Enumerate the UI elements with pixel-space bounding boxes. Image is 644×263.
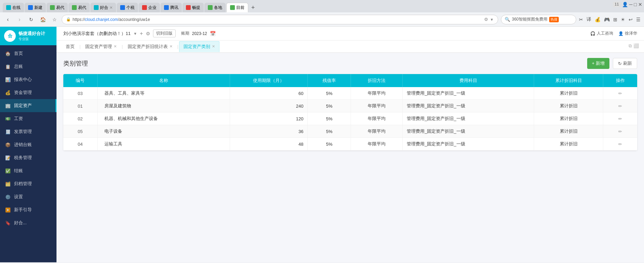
site-settings-icon[interactable]: ⚙ (484, 17, 488, 22)
close-icon[interactable]: ✕ (114, 44, 117, 49)
close-icon[interactable]: ✕ (169, 44, 173, 49)
browser-tab-xinjian[interactable]: 新建 (25, 3, 46, 12)
home-button[interactable]: 🏠 (38, 15, 47, 24)
bookmark-button[interactable]: ☆ (50, 15, 59, 24)
sidebar-item-payroll[interactable]: 💵 工资 (0, 112, 56, 125)
browser-tab-changtui[interactable]: 畅提 (182, 3, 204, 12)
tab-label: 畅提 (192, 5, 200, 11)
translate-icon[interactable]: 译 (586, 16, 591, 23)
cell-action[interactable]: ✏ (603, 87, 637, 100)
sidebar-item-fixed-assets[interactable]: 🏢 固定资产 (0, 99, 56, 112)
close-window-icon[interactable]: ✕ (638, 2, 642, 7)
cell-expense: 管理费用_固定资产折旧_一级 (403, 125, 534, 138)
cell-code: 05 (63, 125, 97, 138)
wallet-icon[interactable]: 💰 (595, 17, 601, 22)
profile-icon[interactable]: 👤 (622, 2, 628, 7)
period-label: 账期 (181, 31, 189, 36)
add-button[interactable]: + 新增 (587, 58, 609, 69)
table-row: 02 机器、机械和其他生产设备 120 5% 年限平均 管理费用_固定资产折旧_… (63, 112, 637, 125)
tab-home[interactable]: 首页 (62, 41, 79, 52)
cell-action[interactable]: ✏ (603, 138, 637, 151)
maximize-icon[interactable]: □ (634, 2, 637, 7)
tab-depreciation[interactable]: 固定资产折旧统计表 ✕ (124, 41, 177, 52)
expand-icon[interactable]: ⬜ (633, 43, 639, 49)
menu-icon[interactable]: ☰ (636, 17, 641, 22)
tab-asset-mgmt[interactable]: 固定资产管理 ✕ (81, 41, 121, 52)
sidebar-item-funds[interactable]: 💰 资金管理 (0, 86, 56, 99)
address-bar[interactable]: 🔒 https://cloud.chanjet.com/accounting/u… (62, 15, 498, 24)
cell-code: 04 (63, 138, 97, 151)
browser-tab-tengxun[interactable]: 腾讯 (161, 3, 182, 12)
cell-accumulated: 累计折旧 (534, 112, 603, 125)
browser-tab-zaixian[interactable]: 在线 (3, 3, 24, 12)
cell-action[interactable]: ✏ (603, 125, 637, 138)
refresh-button[interactable]: ↻ 刷新 (613, 58, 637, 69)
close-icon[interactable]: ✕ (110, 5, 113, 10)
cell-action[interactable]: ✏ (603, 112, 637, 125)
game-icon[interactable]: 🎮 (604, 17, 610, 22)
col-header-expense: 费用科目 (403, 74, 534, 87)
sidebar-item-guide[interactable]: ▶️ 新手引导 (0, 203, 56, 216)
undo-icon[interactable]: ↩ (629, 17, 633, 22)
tab-label: 各地 (214, 5, 222, 11)
col-header-period: 使用期限（月） (230, 74, 308, 87)
new-tab-button[interactable]: + (249, 3, 257, 12)
sidebar-logo: 合 畅捷通好合计 专业版 (0, 27, 56, 45)
calendar-icon[interactable]: 📅 (210, 31, 216, 36)
sidebar-menu: 🏠 首页 📋 总账 📊 报表中心 💰 资金管理 🏢 固定资产 💵 (0, 45, 56, 262)
browser-tab-haohe[interactable]: 好合 ✕ (90, 3, 116, 12)
support-button[interactable]: 🎧 人工咨询 (590, 31, 613, 36)
cell-code: 03 (63, 87, 97, 100)
browser-tab-yidai2[interactable]: 易代 (68, 3, 90, 12)
search-box[interactable]: 🔍 360智能抠图免费用 热搜 (501, 15, 576, 24)
cell-expense: 管理费用_固定资产折旧_一级 (403, 138, 534, 151)
tab-category[interactable]: 固定资产类别 ✕ (179, 41, 219, 52)
browser-tab-mubiao[interactable]: 目前 (226, 3, 248, 12)
sidebar-item-invoice[interactable]: 🧾 发票管理 (0, 125, 56, 138)
sidebar-item-settings[interactable]: ⚙️ 设置 (0, 190, 56, 203)
sidebar-item-ledger[interactable]: 📋 总账 (0, 60, 56, 73)
cell-residual: 5% (308, 138, 351, 151)
window-controls: 11 👤 ─ □ ✕ (613, 2, 642, 7)
cell-expense: 管理费用_固定资产折旧_一级 (403, 100, 534, 112)
browser-tab-yidai1[interactable]: 易代 (47, 3, 68, 12)
forward-button[interactable]: › (15, 15, 24, 24)
cell-period: 36 (230, 125, 308, 138)
dropdown-arrow-icon[interactable]: ▼ (490, 17, 494, 22)
sidebar-item-tax[interactable]: 📝 税务管理 (0, 151, 56, 164)
sidebar-item-more[interactable]: 🔖 好合... (0, 216, 56, 229)
scissors-icon[interactable]: ✂ (579, 17, 583, 22)
col-header-name: 名称 (97, 74, 230, 87)
home-icon: 🏠 (5, 51, 11, 56)
sidebar-item-home[interactable]: 🏠 首页 (0, 47, 56, 60)
restore-icon[interactable]: ⧉ (629, 43, 632, 49)
brightness-icon[interactable]: ☀ (621, 17, 625, 22)
add-company-icon[interactable]: + (140, 31, 143, 37)
fixed-assets-icon: 🏢 (5, 103, 11, 108)
close-icon[interactable]: ✕ (212, 44, 215, 49)
cell-action[interactable]: ✏ (603, 100, 637, 112)
tab-category-label: 固定资产类别 (184, 44, 210, 50)
cell-name: 运输工具 (97, 138, 230, 151)
sidebar-item-reports[interactable]: 📊 报表中心 (0, 73, 56, 86)
minimize-icon[interactable]: ─ (629, 2, 633, 7)
browser-tab-gedi[interactable]: 各地 (204, 3, 226, 12)
tab-home-label: 首页 (66, 44, 75, 50)
sidebar-item-purchase-sales[interactable]: 📦 进销台账 (0, 138, 56, 151)
grid-icon[interactable]: ⊞ (613, 17, 617, 22)
sidebar-item-checkout[interactable]: ✅ 结账 (0, 164, 56, 177)
cell-expense: 管理费用_固定资产折旧_一级 (403, 87, 534, 100)
search-label: 360智能抠图免费用 (512, 16, 547, 22)
cell-period: 60 (230, 87, 308, 100)
reload-button[interactable]: ↻ (27, 15, 36, 24)
browser-tab-geshui[interactable]: 个税 (117, 3, 138, 12)
browser-tab-qiye[interactable]: 企业 (139, 3, 160, 12)
user-profile[interactable]: 👤 徐泽华 (618, 31, 637, 36)
dropdown-arrow-icon[interactable]: ▼ (133, 32, 137, 36)
settings-gear-icon[interactable]: ⚙ (146, 31, 150, 36)
cell-accumulated: 累计折旧 (534, 87, 603, 100)
old-version-button[interactable]: 切到旧版 (153, 29, 176, 37)
back-button[interactable]: ‹ (3, 15, 12, 24)
sidebar-item-archive[interactable]: 🗂️ 归档管理 (0, 177, 56, 190)
col-header-code: 编号 (63, 74, 97, 87)
